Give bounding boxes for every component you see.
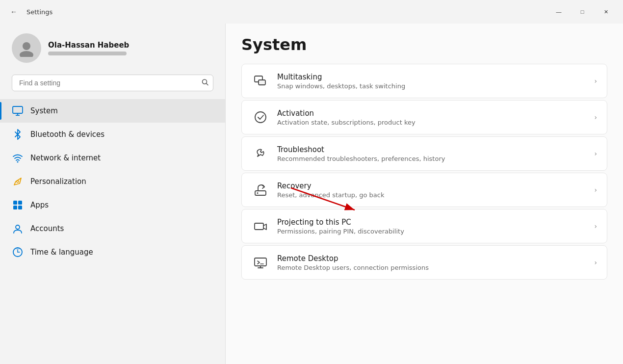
- back-button[interactable]: ←: [6, 4, 22, 20]
- remote-title: Remote Desktop: [277, 254, 586, 263]
- window-controls: — □ ✕: [547, 4, 617, 20]
- user-name: Ola-Hassan Habeeb: [48, 41, 213, 50]
- troubleshoot-title: Troubleshoot: [277, 145, 586, 154]
- sidebar-item-apps[interactable]: Apps: [0, 193, 225, 217]
- recovery-text: Recovery Reset, advanced startup, go bac…: [277, 182, 586, 199]
- svg-rect-20: [255, 191, 266, 195]
- remote-icon: [252, 254, 269, 271]
- user-profile[interactable]: Ola-Hassan Habeeb: [0, 24, 225, 73]
- multitasking-title: Multitasking: [277, 73, 586, 81]
- recovery-title: Recovery: [277, 182, 586, 190]
- svg-rect-9: [13, 201, 17, 205]
- svg-rect-10: [18, 201, 22, 205]
- projecting-chevron: ›: [594, 222, 597, 230]
- app-title: Settings: [26, 8, 52, 16]
- projecting-title: Projecting to this PC: [277, 218, 586, 227]
- main-container: Ola-Hassan Habeeb: [0, 24, 623, 364]
- troubleshoot-text: Troubleshoot Recommended troubleshooters…: [277, 145, 586, 162]
- multitasking-chevron: ›: [594, 77, 597, 85]
- minimize-button[interactable]: —: [547, 4, 570, 20]
- svg-point-19: [255, 112, 266, 123]
- troubleshoot-desc: Recommended troubleshooters, preferences…: [277, 155, 586, 162]
- search-input[interactable]: [12, 75, 213, 91]
- title-bar: ← Settings — □ ✕: [0, 0, 623, 24]
- multitasking-text: Multitasking Snap windows, desktops, tas…: [277, 73, 586, 90]
- activation-icon: [252, 108, 269, 126]
- close-button[interactable]: ✕: [595, 4, 617, 20]
- user-account-bar: [48, 52, 127, 55]
- projecting-desc: Permissions, pairing PIN, discoverabilit…: [277, 228, 586, 235]
- sidebar-item-personalization[interactable]: Personalization: [0, 170, 225, 193]
- recovery-icon: [252, 181, 269, 199]
- svg-rect-24: [255, 223, 263, 230]
- sidebar-item-bluetooth[interactable]: Bluetooth & devices: [0, 123, 225, 146]
- svg-rect-18: [259, 80, 265, 85]
- apps-icon: [12, 199, 24, 211]
- bluetooth-icon: [12, 129, 24, 140]
- svg-rect-4: [13, 106, 23, 113]
- troubleshoot-icon: [252, 145, 269, 162]
- time-label: Time & language: [30, 248, 93, 257]
- sidebar-item-system[interactable]: System: [0, 99, 225, 123]
- personalization-label: Personalization: [30, 177, 86, 186]
- search-box: [12, 75, 213, 91]
- accounts-label: Accounts: [30, 224, 64, 233]
- svg-point-7: [17, 161, 19, 163]
- system-label: System: [30, 106, 58, 115]
- svg-rect-25: [255, 258, 266, 266]
- svg-point-13: [16, 225, 20, 229]
- recovery-chevron: ›: [594, 186, 597, 194]
- svg-point-0: [23, 42, 30, 50]
- settings-list: Multitasking Snap windows, desktops, tas…: [241, 64, 607, 280]
- troubleshoot-chevron: ›: [594, 150, 597, 157]
- sidebar-item-network[interactable]: Network & internet: [0, 146, 225, 170]
- sidebar-item-time[interactable]: Time & language: [0, 240, 225, 264]
- svg-rect-11: [13, 206, 17, 209]
- projecting-icon: [252, 217, 269, 235]
- network-icon: [12, 152, 24, 164]
- activation-chevron: ›: [594, 113, 597, 121]
- page-title: System: [241, 35, 607, 54]
- multitasking-desc: Snap windows, desktops, task switching: [277, 82, 586, 90]
- remote-text: Remote Desktop Remote Desktop users, con…: [277, 254, 586, 271]
- network-label: Network & internet: [30, 154, 101, 162]
- sidebar: Ola-Hassan Habeeb: [0, 24, 226, 364]
- recovery-desc: Reset, advanced startup, go back: [277, 191, 586, 199]
- svg-rect-12: [18, 206, 22, 209]
- svg-line-3: [207, 83, 208, 85]
- svg-point-1: [20, 51, 33, 57]
- settings-item-multitasking[interactable]: Multitasking Snap windows, desktops, tas…: [241, 64, 607, 98]
- activation-text: Activation Activation state, subscriptio…: [277, 109, 586, 126]
- sidebar-item-accounts[interactable]: Accounts: [0, 217, 225, 240]
- sidebar-nav: System Bluetooth & devices: [0, 99, 225, 364]
- projecting-text: Projecting to this PC Permissions, pairi…: [277, 218, 586, 235]
- user-info: Ola-Hassan Habeeb: [48, 41, 213, 55]
- search-icon: [202, 79, 208, 86]
- bluetooth-label: Bluetooth & devices: [30, 130, 104, 139]
- content-area: System Multitasking Snap windows, deskto…: [226, 24, 623, 364]
- activation-desc: Activation state, subscriptions, product…: [277, 119, 586, 126]
- system-icon: [12, 105, 24, 117]
- apps-label: Apps: [30, 201, 49, 209]
- settings-item-activation[interactable]: Activation Activation state, subscriptio…: [241, 100, 607, 134]
- accounts-icon: [12, 223, 24, 234]
- settings-item-troubleshoot[interactable]: Troubleshoot Recommended troubleshooters…: [241, 136, 607, 171]
- time-icon: [12, 246, 24, 258]
- multitasking-icon: [252, 72, 269, 90]
- settings-item-recovery[interactable]: Recovery Reset, advanced startup, go bac…: [241, 173, 607, 207]
- settings-item-projecting[interactable]: Projecting to this PC Permissions, pairi…: [241, 209, 607, 243]
- personalization-icon: [12, 176, 24, 187]
- remote-chevron: ›: [594, 259, 597, 266]
- activation-title: Activation: [277, 109, 586, 118]
- maximize-button[interactable]: □: [571, 4, 594, 20]
- search-button[interactable]: [202, 79, 208, 87]
- remote-desc: Remote Desktop users, connection permiss…: [277, 264, 586, 271]
- svg-point-21: [257, 192, 259, 194]
- settings-item-remote[interactable]: Remote Desktop Remote Desktop users, con…: [241, 245, 607, 280]
- avatar: [12, 33, 41, 63]
- svg-point-8: [17, 181, 19, 182]
